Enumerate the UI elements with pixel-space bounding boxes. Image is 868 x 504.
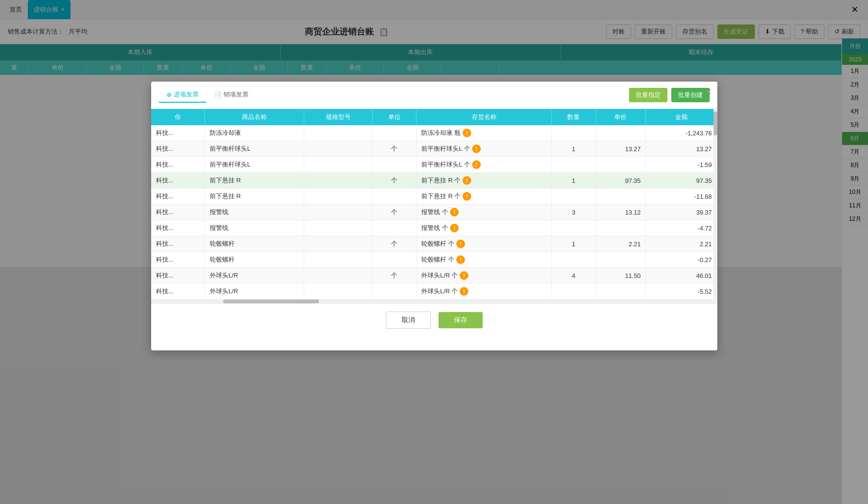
- th-product-name: 商品名称: [204, 109, 304, 125]
- horizontal-scrollbar[interactable]: [151, 300, 713, 303]
- cell-product-name: 前下悬挂 R: [204, 189, 304, 204]
- cell-unit: [372, 220, 416, 236]
- table-row: 科技... 防冻冷却液 防冻冷却液 瓶! -1,243.76: [151, 125, 717, 141]
- table-row: 科技... 前下悬挂 R 前下悬挂 R 个! -11.68: [151, 189, 717, 204]
- cell-qty: [552, 220, 596, 236]
- warning-icon: !: [460, 271, 468, 280]
- th-qty: 数量: [552, 109, 596, 125]
- cell-spec: [304, 284, 372, 300]
- cell-company: 科技...: [151, 173, 205, 189]
- cell-unit: [372, 189, 416, 204]
- cell-spec: [304, 125, 372, 141]
- cell-company: 科技...: [151, 125, 205, 141]
- cell-spec: [304, 220, 372, 236]
- modal-close-button[interactable]: ✕: [705, 87, 712, 96]
- cell-inventory-name: 外球头L/R 个!: [416, 268, 552, 284]
- tab-outgoing-invoice[interactable]: 📄 销项发票: [206, 87, 256, 103]
- table-row: 科技... 前平衡杆球头L 前平衡杆球头L 个! -1.59: [151, 157, 717, 173]
- table-row: 科技... 轮毂螺杆 轮毂螺杆 个! -0.27: [151, 252, 717, 268]
- warning-icon: !: [460, 287, 468, 296]
- cell-spec: [304, 204, 372, 220]
- save-button[interactable]: 保存: [439, 312, 483, 328]
- cell-qty: 4: [552, 268, 596, 284]
- cell-product-name: 前平衡杆球头L: [204, 157, 304, 173]
- cell-unit-price: 11.50: [595, 268, 645, 284]
- cell-company: 科技...: [151, 204, 205, 220]
- cell-company: 科技...: [151, 252, 205, 268]
- cell-product-name: 前平衡杆球头L: [204, 141, 304, 157]
- cell-company: 科技...: [151, 268, 205, 284]
- warning-icon: !: [456, 255, 465, 264]
- cell-unit: [372, 284, 416, 300]
- cell-product-name: 外球头L/R: [204, 284, 304, 300]
- cell-qty: [552, 284, 596, 300]
- cell-unit-price: [595, 125, 645, 141]
- modal-header: ⊕ 进项发票 📄 销项发票 批量指定 批量创建 ✕: [151, 82, 717, 109]
- cell-amount: -1.59: [646, 157, 717, 173]
- cell-unit-price: 2.21: [595, 236, 645, 252]
- cell-unit-price: 13.27: [595, 141, 645, 157]
- cell-inventory-name: 报警线 个!: [416, 204, 552, 220]
- cell-product-name: 轮毂螺杆: [204, 236, 304, 252]
- incoming-icon: ⊕: [166, 91, 172, 98]
- cell-company: 科技...: [151, 284, 205, 300]
- scrollbar-track[interactable]: [713, 109, 717, 303]
- cell-spec: [304, 236, 372, 252]
- cell-qty: 1: [552, 173, 596, 189]
- cancel-button[interactable]: 取消: [386, 312, 431, 329]
- warning-icon: !: [463, 129, 471, 137]
- cell-spec: [304, 141, 372, 157]
- cell-unit-price: [595, 220, 645, 236]
- cell-amount: 13.27: [646, 141, 717, 157]
- cell-product-name: 报警线: [204, 220, 304, 236]
- table-row: 科技... 外球头L/R 外球头L/R 个! -5.52: [151, 284, 717, 300]
- th-spec: 规格型号: [304, 109, 372, 125]
- warning-icon: !: [450, 208, 459, 216]
- cell-unit: [372, 252, 416, 268]
- cell-amount: 2.21: [646, 236, 717, 252]
- warning-icon: !: [463, 176, 471, 185]
- batch-create-button[interactable]: 批量创建: [671, 88, 710, 102]
- th-company: 你: [151, 109, 205, 125]
- table-row: 科技... 前下悬挂 R 个 前下悬挂 R 个! 1 97.35 97.35: [151, 173, 717, 189]
- scrollbar-thumb[interactable]: [713, 111, 717, 135]
- cell-qty: [552, 252, 596, 268]
- cell-unit-price: [595, 284, 645, 300]
- cell-company: 科技...: [151, 157, 205, 173]
- cell-product-name: 外球头L/R: [204, 268, 304, 284]
- cell-qty: 1: [552, 141, 596, 157]
- th-inventory-name: 存货名称: [416, 109, 552, 125]
- tab-incoming-invoice[interactable]: ⊕ 进项发票: [159, 87, 206, 103]
- modal-header-actions: 批量指定 批量创建: [629, 88, 710, 102]
- cell-product-name: 前下悬挂 R: [204, 173, 304, 189]
- cell-company: 科技...: [151, 220, 205, 236]
- cell-unit: 个: [372, 204, 416, 220]
- cell-product-name: 防冻冷却液: [204, 125, 304, 141]
- cell-unit-price: [595, 157, 645, 173]
- cell-unit: [372, 157, 416, 173]
- cell-company: 科技...: [151, 189, 205, 204]
- cell-amount: 39.37: [646, 204, 717, 220]
- modal-footer: 取消 保存: [151, 303, 717, 336]
- cell-inventory-name: 前平衡杆球头L 个!: [416, 157, 552, 173]
- cell-inventory-name: 前下悬挂 R 个!: [416, 173, 552, 189]
- outgoing-icon: 📄: [214, 91, 222, 98]
- cell-qty: [552, 157, 596, 173]
- batch-assign-button[interactable]: 批量指定: [629, 88, 667, 102]
- cell-spec: [304, 157, 372, 173]
- cell-amount: -11.68: [646, 189, 717, 204]
- cell-inventory-name: 防冻冷却液 瓶!: [416, 125, 552, 141]
- modal-table-header-row: 你 商品名称 规格型号 单位 存货名称 数量 单价 金额: [151, 109, 717, 125]
- table-row: 科技... 轮毂螺杆 个 轮毂螺杆 个! 1 2.21 2.21: [151, 236, 717, 252]
- table-row: 科技... 前平衡杆球头L 个 前平衡杆球头L 个! 1 13.27 13.27: [151, 141, 717, 157]
- horizontal-scrollbar-thumb[interactable]: [223, 300, 319, 303]
- cell-unit: 个: [372, 173, 416, 189]
- cell-product-name: 轮毂螺杆: [204, 252, 304, 268]
- cell-amount: -1,243.76: [646, 125, 717, 141]
- table-row: 科技... 报警线 个 报警线 个! 3 13.12 39.37: [151, 204, 717, 220]
- cell-company: 科技...: [151, 236, 205, 252]
- cell-unit-price: 97.35: [595, 173, 645, 189]
- modal-overlay: ⊕ 进项发票 📄 销项发票 批量指定 批量创建 ✕ 你 商品名称: [0, 0, 868, 504]
- cell-inventory-name: 前下悬挂 R 个!: [416, 189, 552, 204]
- cell-spec: [304, 189, 372, 204]
